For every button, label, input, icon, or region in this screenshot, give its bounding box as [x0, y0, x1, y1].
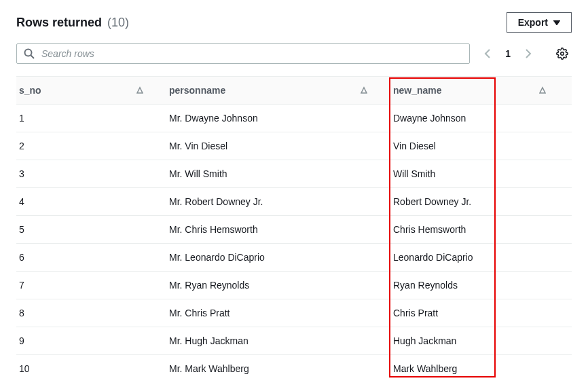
search-container[interactable] [16, 43, 470, 64]
gear-icon [556, 48, 568, 60]
column-header-new_name[interactable]: new_name [393, 77, 572, 105]
cell-personname: Mr. Chris Pratt [169, 299, 393, 327]
table-row[interactable]: 1Mr. Dwayne JohnsonDwayne Johnson [16, 105, 572, 132]
column-header-label: s_no [19, 85, 41, 96]
cell-new_name: Robert Downey Jr. [393, 188, 572, 216]
cell-s_no: 5 [16, 216, 169, 244]
search-input[interactable] [35, 48, 462, 59]
svg-line-1 [31, 56, 35, 59]
table-row[interactable]: 10Mr. Mark WahlbergMark Wahlberg [16, 355, 572, 383]
cell-new_name: Chris Hemsworth [393, 216, 572, 244]
export-button[interactable]: Export [507, 12, 572, 33]
cell-new_name: Dwayne Johnson [393, 105, 572, 132]
cell-new_name: Chris Pratt [393, 299, 572, 327]
cell-s_no: 2 [16, 132, 169, 160]
cell-new_name: Ryan Reynolds [393, 272, 572, 299]
results-table: s_nopersonnamenew_name 1Mr. Dwayne Johns… [16, 76, 572, 382]
chevron-left-icon [483, 48, 492, 59]
cell-personname: Mr. Ryan Reynolds [169, 272, 393, 299]
chevron-right-icon [524, 48, 532, 59]
column-header-personname[interactable]: personname [169, 77, 393, 105]
cell-new_name: Mark Wahlberg [393, 355, 572, 383]
cell-s_no: 6 [16, 244, 169, 272]
svg-marker-5 [540, 88, 545, 93]
settings-button[interactable] [553, 44, 572, 63]
table-row[interactable]: 6Mr. Leonardo DiCaprioLeonardo DiCaprio [16, 244, 572, 272]
table-row[interactable]: 7Mr. Ryan ReynoldsRyan Reynolds [16, 272, 572, 299]
cell-personname: Mr. Robert Downey Jr. [169, 188, 393, 216]
export-button-label: Export [518, 17, 548, 28]
column-header-label: new_name [393, 85, 442, 96]
cell-s_no: 7 [16, 272, 169, 299]
cell-s_no: 8 [16, 299, 169, 327]
sort-icon[interactable] [136, 85, 143, 96]
column-header-label: personname [169, 85, 225, 96]
pagination: 1 [475, 44, 540, 63]
sort-icon[interactable] [361, 85, 367, 96]
column-header-s_no[interactable]: s_no [16, 77, 169, 105]
cell-new_name: Will Smith [393, 160, 572, 188]
cell-new_name: Hugh Jackman [393, 327, 572, 355]
cell-personname: Mr. Vin Diesel [169, 132, 393, 160]
sort-icon[interactable] [539, 85, 546, 96]
svg-point-2 [561, 52, 564, 56]
cell-personname: Mr. Mark Wahlberg [169, 355, 393, 383]
table-row[interactable]: 8Mr. Chris PrattChris Pratt [16, 299, 572, 327]
prev-page-button[interactable] [478, 44, 497, 63]
rows-returned-count: (10) [107, 16, 129, 30]
caret-down-icon [553, 20, 560, 25]
cell-new_name: Leonardo DiCaprio [393, 244, 572, 272]
svg-marker-4 [361, 88, 367, 93]
table-row[interactable]: 2Mr. Vin DieselVin Diesel [16, 132, 572, 160]
cell-s_no: 1 [16, 105, 169, 132]
table-row[interactable]: 9Mr. Hugh JackmanHugh Jackman [16, 327, 572, 355]
svg-marker-3 [137, 88, 143, 93]
table-row[interactable]: 3Mr. Will SmithWill Smith [16, 160, 572, 188]
cell-personname: Mr. Chris Hemsworth [169, 216, 393, 244]
cell-personname: Mr. Dwayne Johnson [169, 105, 393, 132]
cell-s_no: 9 [16, 327, 169, 355]
svg-point-0 [25, 50, 32, 56]
next-page-button[interactable] [519, 44, 538, 63]
cell-personname: Mr. Hugh Jackman [169, 327, 393, 355]
cell-s_no: 4 [16, 188, 169, 216]
search-icon [24, 48, 35, 59]
current-page: 1 [500, 48, 516, 59]
cell-s_no: 10 [16, 355, 169, 383]
cell-s_no: 3 [16, 160, 169, 188]
table-row[interactable]: 5Mr. Chris HemsworthChris Hemsworth [16, 216, 572, 244]
table-row[interactable]: 4Mr. Robert Downey Jr.Robert Downey Jr. [16, 188, 572, 216]
rows-returned-title: Rows returned [16, 16, 102, 30]
cell-new_name: Vin Diesel [393, 132, 572, 160]
cell-personname: Mr. Leonardo DiCaprio [169, 244, 393, 272]
cell-personname: Mr. Will Smith [169, 160, 393, 188]
